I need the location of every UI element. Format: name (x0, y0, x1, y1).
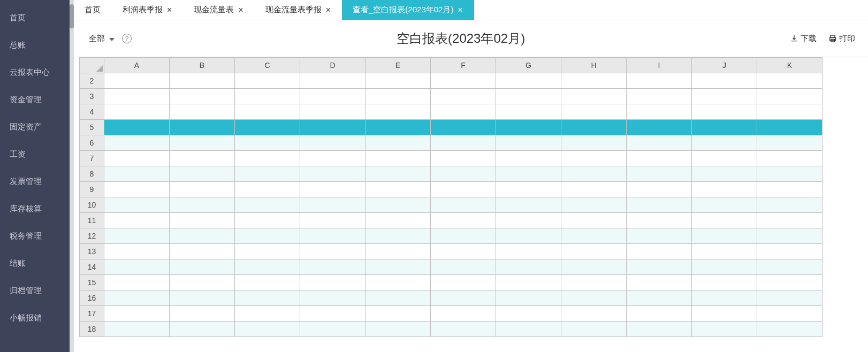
cell-C13[interactable] (235, 244, 300, 259)
cell-J10[interactable] (692, 197, 757, 213)
cell-I7[interactable] (627, 151, 692, 166)
cell-B14[interactable] (170, 259, 235, 275)
column-header-A[interactable]: A (104, 58, 170, 73)
cell-A16[interactable] (104, 290, 170, 306)
cell-F18[interactable] (431, 322, 496, 337)
cell-E4[interactable] (366, 104, 431, 120)
cell-G10[interactable] (496, 197, 561, 213)
cell-F16[interactable] (431, 290, 496, 306)
cell-A14[interactable] (104, 259, 170, 275)
cell-G4[interactable] (496, 104, 561, 120)
column-header-G[interactable]: G (496, 58, 561, 73)
cell-I11[interactable] (627, 213, 692, 228)
sidebar-scrollbar[interactable] (70, 0, 74, 352)
row-header-5[interactable]: 5 (80, 120, 104, 135)
sidebar-item-9[interactable]: 结账 (0, 250, 70, 277)
cell-B10[interactable] (170, 197, 235, 213)
sidebar-item-5[interactable]: 工资 (0, 141, 70, 168)
cell-D11[interactable] (300, 213, 366, 228)
cell-G16[interactable] (496, 290, 561, 306)
cell-I10[interactable] (627, 197, 692, 213)
cell-D6[interactable] (300, 135, 366, 151)
cell-J13[interactable] (692, 244, 757, 259)
sidebar-item-2[interactable]: 云报表中心 (0, 59, 70, 86)
column-header-K[interactable]: K (757, 58, 823, 73)
cell-I3[interactable] (627, 89, 692, 104)
cell-J6[interactable] (692, 135, 757, 151)
tab-0[interactable]: 首页 (74, 0, 112, 20)
cell-D14[interactable] (300, 259, 366, 275)
cell-G13[interactable] (496, 244, 561, 259)
row-header-10[interactable]: 10 (80, 197, 104, 213)
cell-J16[interactable] (692, 290, 757, 306)
cell-K6[interactable] (757, 135, 823, 151)
cell-J9[interactable] (692, 182, 757, 197)
cell-C4[interactable] (235, 104, 300, 120)
row-header-7[interactable]: 7 (80, 151, 104, 166)
close-icon[interactable]: × (458, 6, 462, 14)
column-header-J[interactable]: J (692, 58, 757, 73)
cell-G3[interactable] (496, 89, 561, 104)
cell-C18[interactable] (235, 322, 300, 337)
cell-K7[interactable] (757, 151, 823, 166)
cell-C8[interactable] (235, 166, 300, 182)
cell-G7[interactable] (496, 151, 561, 166)
cell-A3[interactable] (104, 89, 170, 104)
cell-K16[interactable] (757, 290, 823, 306)
cell-B4[interactable] (170, 104, 235, 120)
cell-H6[interactable] (561, 135, 627, 151)
cell-J2[interactable] (692, 73, 757, 89)
close-icon[interactable]: × (167, 6, 172, 14)
cell-J15[interactable] (692, 275, 757, 290)
cell-F14[interactable] (431, 259, 496, 275)
cell-E16[interactable] (366, 290, 431, 306)
cell-C16[interactable] (235, 290, 300, 306)
cell-D16[interactable] (300, 290, 366, 306)
cell-B8[interactable] (170, 166, 235, 182)
cell-B17[interactable] (170, 306, 235, 322)
cell-C17[interactable] (235, 306, 300, 322)
cell-E14[interactable] (366, 259, 431, 275)
cell-J12[interactable] (692, 228, 757, 244)
cell-I5[interactable] (627, 120, 692, 135)
cell-I13[interactable] (627, 244, 692, 259)
cell-J3[interactable] (692, 89, 757, 104)
cell-I17[interactable] (627, 306, 692, 322)
cell-B18[interactable] (170, 322, 235, 337)
row-header-14[interactable]: 14 (80, 259, 104, 275)
cell-A11[interactable] (104, 213, 170, 228)
cell-F6[interactable] (431, 135, 496, 151)
cell-B9[interactable] (170, 182, 235, 197)
cell-C14[interactable] (235, 259, 300, 275)
cell-A2[interactable] (104, 73, 170, 89)
cell-I4[interactable] (627, 104, 692, 120)
cell-D12[interactable] (300, 228, 366, 244)
cell-H15[interactable] (561, 275, 627, 290)
cell-J14[interactable] (692, 259, 757, 275)
row-header-11[interactable]: 11 (80, 213, 104, 228)
tab-4[interactable]: 查看_空白报表(2023年02月)× (342, 0, 474, 20)
cell-I9[interactable] (627, 182, 692, 197)
spreadsheet[interactable]: ABCDEFGHIJK23456789101112131415161718 (79, 57, 868, 352)
row-header-18[interactable]: 18 (80, 322, 104, 337)
cell-F10[interactable] (431, 197, 496, 213)
cell-B2[interactable] (170, 73, 235, 89)
cell-A5[interactable] (104, 120, 170, 135)
cell-E2[interactable] (366, 73, 431, 89)
cell-D10[interactable] (300, 197, 366, 213)
cell-A8[interactable] (104, 166, 170, 182)
cell-K13[interactable] (757, 244, 823, 259)
cell-E11[interactable] (366, 213, 431, 228)
row-header-13[interactable]: 13 (80, 244, 104, 259)
cell-J7[interactable] (692, 151, 757, 166)
cell-E13[interactable] (366, 244, 431, 259)
select-all-corner[interactable] (80, 58, 104, 73)
cell-A7[interactable] (104, 151, 170, 166)
cell-E6[interactable] (366, 135, 431, 151)
sidebar-item-6[interactable]: 发票管理 (0, 168, 70, 195)
cell-J8[interactable] (692, 166, 757, 182)
cell-K3[interactable] (757, 89, 823, 104)
help-icon[interactable]: ? (122, 34, 132, 43)
cell-A15[interactable] (104, 275, 170, 290)
cell-I8[interactable] (627, 166, 692, 182)
